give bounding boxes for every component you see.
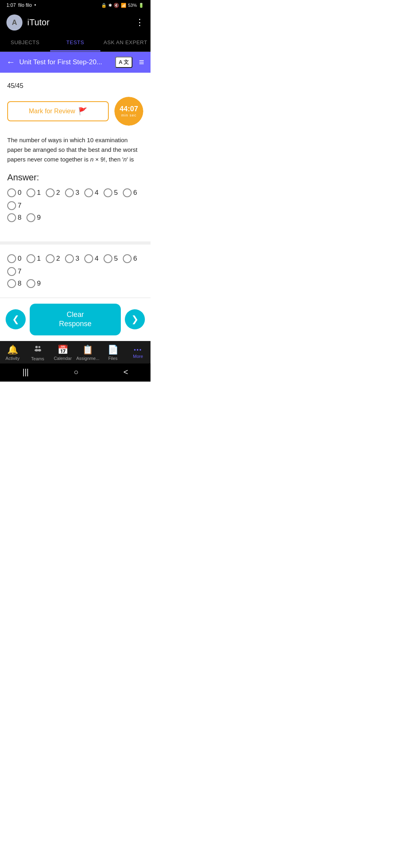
answer-option-1[interactable]: 1: [26, 188, 46, 197]
tab-teams[interactable]: Teams: [25, 344, 51, 361]
radio-b-2[interactable]: [46, 254, 55, 263]
answer-option-3[interactable]: 3: [65, 188, 84, 197]
radio-9[interactable]: [26, 213, 35, 222]
tab-files[interactable]: 📄 Files: [100, 345, 126, 361]
answer-option-6[interactable]: 6: [123, 188, 142, 197]
question-counter: 45/45: [7, 82, 143, 90]
answer-row-4: 8 9: [7, 279, 143, 288]
tab-calendar[interactable]: 📅 Calendar: [50, 345, 75, 361]
answer-option-9[interactable]: 9: [26, 213, 46, 222]
radio-5[interactable]: [104, 188, 112, 197]
translate-button[interactable]: A 文: [115, 57, 133, 68]
radio-6[interactable]: [123, 188, 132, 197]
files-icon: 📄: [108, 345, 118, 355]
prev-question-button[interactable]: ❮: [6, 309, 26, 329]
answer-option-b-6[interactable]: 6: [123, 254, 142, 263]
svg-point-3: [38, 349, 41, 351]
answer-option-0[interactable]: 0: [7, 188, 26, 197]
status-time: 1:07: [6, 2, 16, 8]
app-menu-button[interactable]: ⋮: [135, 17, 144, 28]
question-text: The number of ways in which 10 examinati…: [7, 135, 143, 164]
answer-row-1: 0 1 2 3 4 5 6 7: [7, 188, 143, 210]
battery-level: 53%: [128, 3, 137, 8]
answer-label: Answer:: [7, 172, 143, 183]
radio-b-8[interactable]: [7, 279, 16, 288]
radio-b-6[interactable]: [123, 254, 132, 263]
wifi-icon: 📶: [121, 3, 126, 8]
test-title: Unit Test for First Step-20...: [19, 58, 111, 66]
more-label: More: [133, 354, 143, 359]
calendar-label: Calendar: [54, 356, 72, 361]
home-button[interactable]: ○: [73, 368, 78, 377]
bluetooth-icon: ✱: [108, 3, 112, 8]
app-bar: A iTutor ⋮: [0, 10, 151, 35]
bottom-tab-bar: 🔔 Activity Teams 📅 Calendar 📋 Assignme..…: [0, 341, 151, 364]
flag-icon: 🚩: [78, 107, 87, 116]
tab-more[interactable]: ••• More: [126, 347, 151, 359]
radio-b-1[interactable]: [26, 254, 35, 263]
answer-option-4[interactable]: 4: [84, 188, 104, 197]
radio-b-0[interactable]: [7, 254, 16, 263]
question-controls: Mark for Review 🚩 44:07 min sec: [7, 97, 143, 126]
radio-7[interactable]: [7, 201, 16, 210]
timer-ring: [107, 89, 151, 133]
radio-b-4[interactable]: [84, 254, 93, 263]
answer-option-2[interactable]: 2: [46, 188, 65, 197]
section-divider: [0, 241, 151, 245]
answer-option-7[interactable]: 7: [7, 201, 26, 210]
radio-0[interactable]: [7, 188, 16, 197]
teams-label: Teams: [31, 356, 44, 361]
activity-icon: 🔔: [7, 345, 18, 355]
answer-option-b-8[interactable]: 8: [7, 279, 26, 288]
status-dot: •: [34, 2, 36, 8]
tab-ask-expert[interactable]: ASK AN EXPERT: [100, 35, 151, 51]
mark-review-label: Mark for Review: [29, 108, 75, 115]
tab-subjects[interactable]: SUBJECTS: [0, 35, 50, 51]
radio-4[interactable]: [84, 188, 93, 197]
recent-apps-button[interactable]: |||: [22, 368, 29, 377]
header-bar: ← Unit Test for First Step-20... A 文 ≡: [0, 52, 151, 73]
teams-icon: [33, 344, 42, 355]
answer-option-b-2[interactable]: 2: [46, 254, 65, 263]
system-nav-bar: ||| ○ <: [0, 364, 151, 382]
prev-icon: ❮: [12, 314, 19, 325]
mark-for-review-button[interactable]: Mark for Review 🚩: [7, 101, 109, 121]
avatar: A: [6, 14, 22, 31]
assignments-icon: 📋: [82, 345, 93, 355]
radio-b-5[interactable]: [104, 254, 112, 263]
translate-label: A 文: [119, 59, 129, 66]
second-answer-section: 0 1 2 3 4 5 6 7 8 9: [0, 254, 151, 298]
answer-option-5[interactable]: 5: [104, 188, 123, 197]
answer-option-b-0[interactable]: 0: [7, 254, 26, 263]
answer-option-b-7[interactable]: 7: [7, 267, 26, 276]
back-button[interactable]: ←: [6, 57, 15, 67]
radio-2[interactable]: [46, 188, 55, 197]
tab-activity[interactable]: 🔔 Activity: [0, 345, 25, 361]
tab-assignments[interactable]: 📋 Assignme...: [75, 345, 101, 361]
main-content: 45/45 Mark for Review 🚩 44:07 min sec Th…: [0, 73, 151, 232]
clear-response-bar: ❮ ClearResponse ❯: [0, 298, 151, 341]
status-app: filo filo: [18, 2, 32, 8]
answer-option-b-9[interactable]: 9: [26, 279, 46, 288]
battery-icon: 🔋: [138, 3, 144, 8]
radio-8[interactable]: [7, 213, 16, 222]
hamburger-menu[interactable]: ≡: [139, 57, 144, 67]
answer-option-b-5[interactable]: 5: [104, 254, 123, 263]
radio-3[interactable]: [65, 188, 74, 197]
tab-tests[interactable]: TESTS: [50, 35, 100, 51]
radio-b-7[interactable]: [7, 267, 16, 276]
radio-b-9[interactable]: [26, 279, 35, 288]
next-question-button[interactable]: ❯: [125, 309, 145, 329]
clear-response-button[interactable]: ClearResponse: [30, 304, 121, 335]
svg-point-1: [38, 346, 40, 348]
answer-option-b-1[interactable]: 1: [26, 254, 46, 263]
status-left: 1:07 filo filo •: [6, 2, 36, 8]
mute-icon: 🔇: [114, 3, 119, 8]
back-nav-button[interactable]: <: [123, 368, 128, 377]
radio-1[interactable]: [26, 188, 35, 197]
answer-option-b-4[interactable]: 4: [84, 254, 104, 263]
answer-option-b-3[interactable]: 3: [65, 254, 84, 263]
answer-option-8[interactable]: 8: [7, 213, 26, 222]
calendar-icon: 📅: [57, 345, 68, 355]
radio-b-3[interactable]: [65, 254, 74, 263]
